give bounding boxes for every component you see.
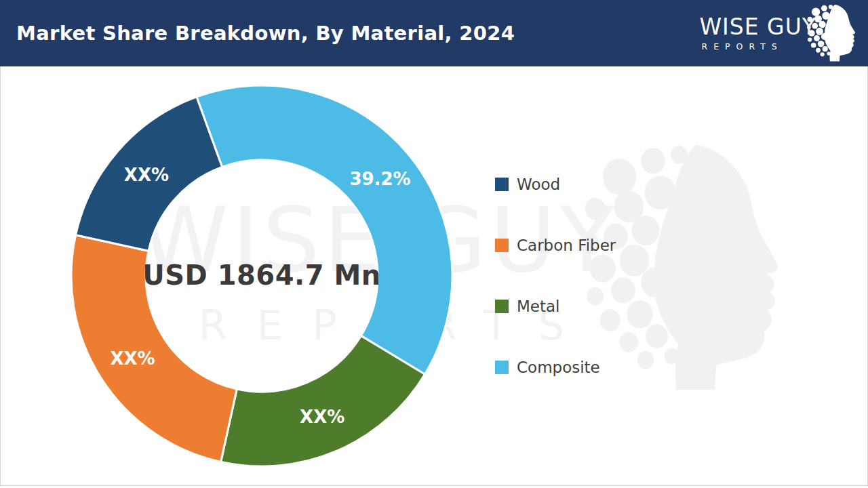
legend-label-composite: Composite [517, 359, 600, 376]
segment-label-metal: XX% [300, 407, 344, 427]
chart-area: WISE GUY REPORTS 39.2%XX%XX%XX% USD 1864… [0, 66, 868, 486]
chart-center-value: USD 1864.7 Mn [126, 260, 397, 291]
legend-swatch-carbon-fiber [495, 239, 509, 252]
donut-segment-metal [221, 336, 425, 466]
segment-label-wood: XX% [124, 165, 169, 185]
infographic-canvas: Market Share Breakdown, By Material, 202… [0, 0, 868, 488]
legend-item-carbon-fiber: Carbon Fiber [495, 237, 616, 254]
legend-label-carbon-fiber: Carbon Fiber [517, 237, 616, 254]
legend-item-wood: Wood [495, 176, 616, 193]
page-title: Market Share Breakdown, By Material, 202… [16, 22, 515, 45]
brand-subname: REPORTS [699, 41, 816, 52]
legend-swatch-wood [495, 178, 509, 191]
donut-segment-composite [197, 85, 452, 374]
segment-label-carbon-fiber: XX% [111, 348, 155, 369]
legend-item-composite: Composite [495, 359, 616, 376]
header-bar: Market Share Breakdown, By Material, 202… [0, 0, 868, 66]
legend: WoodCarbon FiberMetalComposite [495, 176, 616, 376]
brand-name: WISE GUY [699, 16, 816, 38]
legend-swatch-metal [495, 300, 509, 313]
segment-label-composite: 39.2% [349, 169, 410, 189]
legend-label-metal: Metal [517, 298, 560, 315]
legend-label-wood: Wood [517, 176, 560, 193]
brand-face-icon [806, 3, 861, 64]
brand-logo: WISE GUY REPORTS [699, 3, 861, 64]
legend-item-metal: Metal [495, 298, 616, 315]
legend-swatch-composite [495, 361, 509, 374]
brand-text: WISE GUY REPORTS [699, 16, 816, 52]
